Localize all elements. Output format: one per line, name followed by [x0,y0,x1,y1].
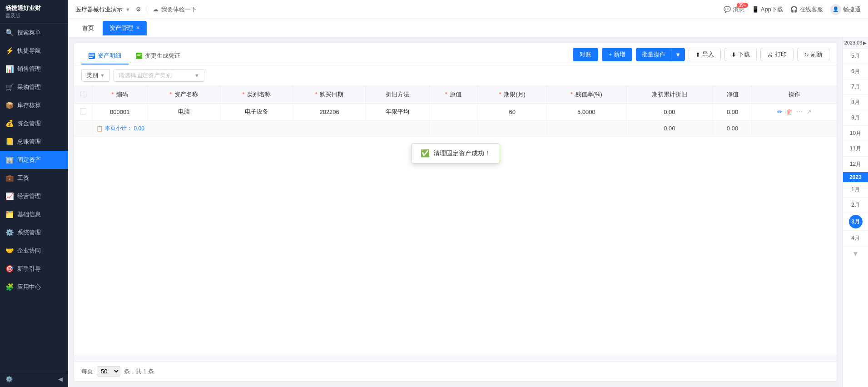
refresh-btn[interactable]: ↻ 刷新 [797,48,829,61]
tab-close-icon[interactable]: ✕ [136,25,140,31]
category-filter-label: 类别 [86,71,98,79]
edit-icon[interactable]: ✏ [777,108,783,115]
sidebar-label-search: 搜索菜单 [17,29,41,37]
batch-btn[interactable]: 批量操作 ▼ [636,48,685,61]
enterprise-icon: 🤝 [5,247,14,255]
quick-nav-icon: ⚡ [5,47,14,55]
batch-arrow-icon[interactable]: ▼ [671,49,684,60]
calendar-year-2023[interactable]: 2023 [843,172,868,182]
row-actions: ✏ 🗑 ⋯ ↗ [752,104,837,120]
row-net-value: 0.00 [713,104,752,120]
calendar-month-2[interactable]: 2月 [843,198,868,213]
calendar-month-9[interactable]: 9月 [843,110,868,126]
calendar-month-1[interactable]: 1月 [843,182,868,198]
row-category: 电子设备 [220,104,293,120]
calendar-month-12[interactable]: 12月 [843,157,868,172]
chevron-down-icon[interactable]: ▼ [852,250,859,258]
svg-rect-0 [89,54,94,55]
sidebar-item-enterprise[interactable]: 🤝 企业协同 [0,242,68,260]
per-page-select[interactable]: 50 10 20 100 [97,366,120,377]
sidebar-label-purchase: 采购管理 [17,83,41,91]
app-download-btn[interactable]: 📱 App下载 [752,5,783,14]
delete-icon[interactable]: 🗑 [786,108,793,115]
sidebar-item-finance[interactable]: 💰 资金管理 [0,114,68,133]
sidebar-item-sales[interactable]: 📊 销售管理 [0,60,68,78]
sidebar-item-quick-nav[interactable]: ⚡ 快捷导航 [0,42,68,60]
sidebar-item-inventory[interactable]: 📦 库存核算 [0,96,68,114]
sidebar-item-fixed-assets[interactable]: 🏢 固定资产 [0,151,68,169]
import-label: 导入 [702,50,714,59]
calendar-month-10[interactable]: 10月 [843,126,868,141]
row-checkbox[interactable] [80,108,86,114]
experience-btn[interactable]: ☁ 我要体验一下 [153,5,197,14]
calendar-header[interactable]: 2023.03 ▶ [843,37,868,49]
refresh-label: 刷新 [811,50,823,59]
expand-icon[interactable]: ↗ [806,108,812,115]
subtotal-label: 本页小计： [105,124,132,132]
calendar-month-4[interactable]: 4月 [843,231,868,246]
system-icon: ⚙️ [5,228,14,237]
sidebar-settings-icon[interactable]: ⚙️ [5,376,13,382]
sidebar-item-apps[interactable]: 🧩 应用中心 [0,278,68,296]
company-dropdown-icon: ▼ [125,7,130,12]
sidebar-collapse-btn[interactable]: ◀ [58,376,63,382]
company-selector[interactable]: 医疗器械行业演示 ▼ [75,5,130,14]
horizontal-scrollbar[interactable] [74,356,837,361]
calendar-month-5[interactable]: 5月 [843,49,868,64]
calendar-month-7[interactable]: 7月 [843,79,868,95]
online-service-btn[interactable]: 🎧 在线客服 [790,5,823,14]
sidebar-label-ledger: 总账管理 [17,138,41,146]
print-icon: 🖨 [767,51,773,58]
col-original-value: * 原值 [429,86,478,104]
subtotal-row: 📋 本页小计： 0.00 0.00 0.00 [74,120,837,137]
settings-gear-icon[interactable]: ⚙ [136,6,141,13]
tab-asset-mgmt[interactable]: 资产管理 ✕ [103,21,147,35]
subtotal-initial-depreciation: 0.00 [626,120,713,137]
message-btn[interactable]: 💬 消息 99+ [724,5,744,14]
calendar-nav-down[interactable]: ▼ [843,246,868,262]
sidebar-label-sales: 销售管理 [17,65,41,73]
new-btn[interactable]: + 新增 [602,48,632,61]
print-btn[interactable]: 🖨 打印 [760,48,794,61]
sidebar-item-operations[interactable]: 📈 经营管理 [0,187,68,205]
user-profile-btn[interactable]: 👤 畅捷通 [830,4,861,15]
message-badge: 99+ [737,3,748,8]
download-btn[interactable]: ⬇ 下载 [724,48,757,61]
sidebar-item-search[interactable]: 🔍 搜索菜单 [0,24,68,42]
sub-tab-change-voucher-label: 变更生成凭证 [145,52,180,60]
sidebar-item-basic-info[interactable]: 🗂️ 基础信息 [0,205,68,223]
calendar-month-11[interactable]: 11月 [843,141,868,157]
sidebar-item-guide[interactable]: 🎯 新手引导 [0,260,68,278]
sidebar-item-system[interactable]: ⚙️ 系统管理 [0,223,68,242]
sub-tab-asset-detail[interactable]: 资产明细 [81,48,129,64]
batch-label: 批量操作 [636,48,671,61]
fixed-assets-icon: 🏢 [5,156,14,164]
more-icon[interactable]: ⋯ [796,108,803,115]
toast-success-icon: ✅ [421,149,430,158]
reconcile-label: 对账 [580,50,591,59]
col-method: 折旧方法 [366,86,429,104]
sidebar-item-payroll[interactable]: 💼 工资 [0,169,68,187]
online-service-label: 在线客服 [799,5,823,14]
reconcile-btn[interactable]: 对账 [573,48,598,61]
import-btn[interactable]: ⬆ 导入 [689,48,721,61]
category-filter-select[interactable]: 类别 ▼ [81,69,110,82]
topbar-right: 💬 消息 99+ 📱 App下载 🎧 在线客服 👤 畅捷通 [724,4,861,15]
toast-message: 清理固定资产成功！ [433,149,491,158]
asset-detail-tab-icon [89,53,95,59]
app-version: 普及版 [5,12,63,19]
sidebar-item-purchase[interactable]: 🛒 采购管理 [0,78,68,96]
sidebar-label-basic-info: 基础信息 [17,210,41,218]
topbar-divider [147,5,147,14]
select-all-checkbox[interactable] [80,91,86,97]
sub-tab-change-voucher[interactable]: 变更生成凭证 [129,48,188,64]
sidebar-item-ledger[interactable]: 📒 总账管理 [0,133,68,151]
row-period: 60 [478,104,547,120]
category-input-select[interactable]: 请选择固定资产类别 ▼ [114,69,204,82]
experience-label: 我要体验一下 [161,5,197,14]
calendar-month-8[interactable]: 8月 [843,95,868,110]
calendar-month-3-current[interactable]: 3月 [843,213,868,231]
tab-home[interactable]: 首页 [75,21,101,35]
assets-table: * 编码 * 资产名称 * 类别名称 [74,86,837,137]
calendar-month-6[interactable]: 6月 [843,64,868,79]
